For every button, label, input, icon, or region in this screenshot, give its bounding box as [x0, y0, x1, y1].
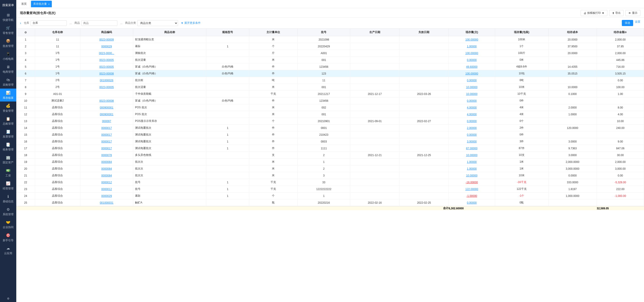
cell-prod-date [350, 172, 400, 179]
sidebar-item-sys-mgmt[interactable]: ⚙ 系统管理 [0, 205, 16, 218]
cell-goods-name: POS 批次 [133, 111, 206, 118]
cell-expire-date [400, 138, 449, 145]
sidebar-settings[interactable]: ⚙ [0, 295, 16, 302]
expand-conditions-btn[interactable]: ▼ 展开更多条件 [181, 21, 201, 25]
wholesale-icon: 📦 [1, 39, 16, 44]
cell-goods-code: 000097 [80, 118, 133, 125]
sidebar-item-retail[interactable]: 🛒 零售管理 [0, 24, 16, 37]
sidebar-item-wholesale[interactable]: 📦 批发管理 [0, 37, 16, 50]
cell-total-value: 10.00 [597, 118, 644, 125]
cell-warehouse: A01-01 [35, 91, 80, 97]
sidebar-item-finance[interactable]: 💰 资金管理 [0, 101, 16, 114]
cell-unit: 千克 [249, 179, 298, 186]
sidebar-item-mini-ecom[interactable]: 📱 小程电商 [0, 50, 16, 63]
cell-goods-name: 软顶通用帽台意 [133, 36, 206, 43]
cell-goods-name: 批次次 [133, 165, 206, 172]
sidebar-item-tax[interactable]: 📑 税务管理 [0, 140, 16, 153]
cell-prod-date [350, 179, 400, 186]
cell-qty-stocked: 100米 [495, 36, 548, 43]
cell-index: 15 [16, 131, 35, 138]
sidebar-item-cloud-app[interactable]: ☁ 云应用 [0, 244, 16, 257]
print-button[interactable]: 🖨 按模板打印 ▼ [581, 10, 607, 16]
cell-prod-date [350, 43, 400, 50]
cell-index: 21 [16, 172, 35, 179]
cell-unit: 件 [249, 97, 298, 104]
cell-goods-code: 001000026 [80, 77, 133, 84]
cell-unit-cost: 20.0000 [548, 50, 597, 57]
cell-unit: 个 [249, 193, 298, 199]
cell-expire-date: 2021-12-25 [400, 152, 449, 159]
footer-label: 合计 [16, 206, 448, 210]
cell-expire-date: 2022-03-26 [400, 91, 449, 97]
cell-expire-date [400, 165, 449, 172]
cell-prod-date [350, 131, 400, 138]
cell-goods-name: 测试电覆批次 [133, 125, 206, 131]
cell-warehouse: 2号 [35, 84, 80, 91]
sidebar-item-invoice[interactable]: 🧾 发票管理 [0, 127, 16, 140]
sidebar-item-label: 批发管理 [3, 44, 14, 48]
separator-1: ... [70, 22, 72, 25]
cell-goods-code: 0000084 [80, 172, 133, 179]
cell-qty-stocked: 10米 [495, 84, 548, 91]
cell-batch: 2 [298, 165, 350, 172]
ledger-icon: 📋 [1, 116, 16, 121]
search-bar: › 仓库 ... 商品 ... 商品分类 商品分类 ▼ 展开更多条件 筛选 设置 [16, 18, 644, 29]
cell-qty-main: -16.00000 [448, 179, 495, 186]
filter-button[interactable]: 筛选 [622, 20, 633, 26]
settings-link[interactable]: 设置 [635, 20, 640, 26]
cell-prod-date [350, 111, 400, 118]
inventory-icon: 📊 [1, 90, 16, 95]
goods-input[interactable] [81, 20, 118, 26]
cell-qty-main: 4.00000 [448, 111, 495, 118]
cell-goods-code: 0000017 [80, 145, 133, 152]
sidebar-item-label: 固定资产 [3, 161, 14, 164]
cell-index: 6 [16, 70, 35, 77]
cell-batch: 1 [298, 159, 350, 165]
table-row: 1 11 0023-00009 软顶通用帽台意 米 2021098 100.00… [16, 36, 644, 43]
sidebar-item-purchase[interactable]: 🛍 采购管理 [0, 76, 16, 89]
category-select[interactable]: 商品分类 [137, 20, 178, 26]
cell-prod-date [350, 186, 400, 193]
cell-spec [206, 50, 249, 57]
sidebar-item-operations[interactable]: 📈 经营管理 [0, 179, 16, 192]
warehouse-input[interactable] [30, 20, 67, 26]
sidebar-item-inventory[interactable]: 📊 库存核算 [0, 89, 16, 101]
main-area: 首页 库存批次量 × 现存量查询(按仓库+批次) 🖨 按模板打印 ▼ ⬆ 导出 … [16, 0, 644, 302]
chevron-down-icon: ▼ [181, 22, 184, 25]
export-button[interactable]: ⬆ 导出 [609, 10, 624, 16]
sidebar-item-basic-info[interactable]: ℹ 基础信息 [0, 192, 16, 205]
sidebar-item-new-guide[interactable]: 🎯 新手引导 [0, 231, 16, 244]
cell-unit: 瓶 [249, 199, 298, 206]
cell-qty-main: 100.00000 [448, 36, 495, 43]
cell-prod-date [350, 193, 400, 199]
cell-goods-name: 批次框 [133, 77, 206, 84]
sidebar-logo[interactable]: 搜索菜单 [1, 2, 15, 9]
sidebar-item-payroll[interactable]: 💵 工资 [0, 166, 16, 179]
cell-unit: 米 [249, 165, 298, 172]
sidebar-item-ecom[interactable]: 🖥 电商管理 [0, 63, 16, 76]
tab-active[interactable]: 库存批次量 × [31, 1, 52, 7]
retail-icon: 🛒 [1, 26, 16, 31]
cell-warehouse: 晶客综合 [35, 138, 80, 145]
cell-spec: 1 [206, 43, 249, 50]
sidebar-item-enterprise[interactable]: 🤝 企业协同 [0, 218, 16, 231]
cell-unit-cost: 14.4355 [548, 63, 597, 70]
sidebar-item-fixed-assets[interactable]: 🏢 固定资产 [0, 153, 16, 166]
search-expand-arrow[interactable]: › [20, 21, 21, 25]
display-button[interactable]: 👁 显示 [626, 10, 640, 16]
purchase-icon: 🛍 [1, 77, 16, 82]
sidebar-item-quick-nav[interactable]: ⊞ 快捷导航 [0, 11, 16, 24]
cell-batch: 20210901 [298, 118, 350, 125]
cell-batch: 20220429 [298, 43, 350, 50]
cell-goods-code: 000900001 [80, 111, 133, 118]
cell-warehouse: 11 [35, 36, 80, 43]
table-row: 2 11 0000029 幕际 1 个 20220429 1.00000 1个 … [16, 43, 644, 50]
tab-home[interactable]: 首页 [18, 1, 30, 7]
sidebar-item-general-ledger[interactable]: 📋 总账管理 [0, 115, 16, 127]
table-container[interactable]: ⊙ 仓库名称 商品编码 商品名称 规格型号 主计量单位 批号 生产日期 失效日期… [16, 29, 644, 302]
cell-warehouse: 晶客综合 [35, 179, 80, 186]
col-spec: 规格型号 [206, 29, 249, 36]
cell-spec [206, 84, 249, 91]
col-warehouse: 仓库名称 [35, 29, 80, 36]
tab-close-button[interactable]: × [48, 3, 50, 6]
